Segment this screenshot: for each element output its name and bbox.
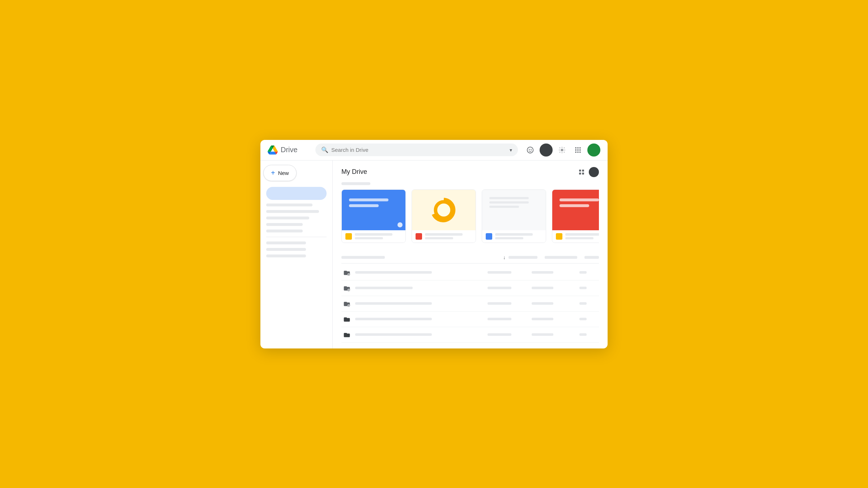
row-size-2 <box>579 287 597 289</box>
logo-area: Drive <box>268 145 311 155</box>
row-name-line-5 <box>355 333 432 336</box>
svg-point-2 <box>531 149 532 150</box>
row-owner-4 <box>488 318 527 320</box>
card-line2 <box>355 237 383 239</box>
row-size-5 <box>579 333 597 336</box>
row-name-line-1 <box>355 271 432 274</box>
sidebar-item-4[interactable] <box>266 223 303 226</box>
card-footer-3 <box>482 230 546 243</box>
sidebar-item-7[interactable] <box>266 248 306 251</box>
svg-rect-11 <box>577 151 578 153</box>
card-thumb-1 <box>342 190 405 230</box>
content-header: My Drive <box>341 166 599 178</box>
size-line-4 <box>579 318 587 320</box>
owner-line-5 <box>488 333 511 336</box>
file-card-1[interactable] <box>341 189 406 243</box>
sidebar-item-3[interactable] <box>266 217 309 219</box>
svg-rect-8 <box>577 149 578 150</box>
modified-line-4 <box>532 318 553 320</box>
view-icons <box>576 166 599 178</box>
row-owner-3 <box>488 302 527 305</box>
dark-circle-button[interactable] <box>540 144 553 157</box>
sidebar-item-1[interactable] <box>266 204 312 206</box>
card-line2 <box>425 237 453 239</box>
sidebar-item-5[interactable] <box>266 230 303 232</box>
shared-folder-icon-1 <box>343 269 351 277</box>
card-footer-4 <box>552 230 599 243</box>
slides-icon-2 <box>556 233 562 240</box>
owner-line-2 <box>488 287 511 289</box>
file-card-3[interactable] <box>482 189 546 243</box>
card-thumb-3 <box>482 190 546 230</box>
card-line1 <box>495 233 533 236</box>
svg-point-0 <box>527 147 533 153</box>
row-size-4 <box>579 318 597 320</box>
svg-point-1 <box>529 149 530 150</box>
owner-line-3 <box>488 302 511 305</box>
row-size-3 <box>579 302 597 305</box>
slides-icon <box>345 233 352 240</box>
user-circle-button[interactable] <box>589 167 599 177</box>
svg-rect-4 <box>575 147 576 148</box>
file-row-1[interactable] <box>341 265 599 281</box>
sidebar-item-2[interactable] <box>266 210 319 213</box>
file-row-4[interactable] <box>341 312 599 327</box>
user-avatar[interactable] <box>587 144 600 157</box>
file-card-2[interactable] <box>412 189 476 243</box>
app-title: Drive <box>281 146 298 154</box>
thumb-line <box>489 201 529 204</box>
sort-modified[interactable] <box>545 256 577 259</box>
svg-rect-14 <box>582 170 584 171</box>
search-bar[interactable]: 🔍 ▾ <box>315 144 518 156</box>
sidebar-item-6[interactable] <box>266 241 306 244</box>
main-area: + New My Drive <box>260 160 608 348</box>
sidebar-item-my-drive[interactable] <box>266 187 327 200</box>
size-line-3 <box>579 302 587 305</box>
row-modified-3 <box>532 302 575 305</box>
cards-grid <box>341 189 599 243</box>
row-name-line-3 <box>355 302 432 305</box>
row-modified-1 <box>532 271 575 274</box>
row-owner-5 <box>488 333 527 336</box>
card-dot-1 <box>397 222 403 227</box>
thumb-line <box>349 204 379 207</box>
sort-owner[interactable] <box>509 256 537 259</box>
section-label <box>341 182 370 185</box>
sort-down-icon[interactable]: ↓ <box>503 254 506 260</box>
svg-rect-15 <box>579 172 581 174</box>
modified-line-3 <box>532 302 553 305</box>
sidebar: + New <box>260 160 333 348</box>
card-footer-1 <box>342 230 405 243</box>
file-row-name-1 <box>355 271 483 274</box>
new-button[interactable]: + New <box>263 165 297 181</box>
row-owner-2 <box>488 287 527 289</box>
card-line2 <box>495 237 523 239</box>
folder-icon-4 <box>343 315 351 323</box>
modified-line-1 <box>532 271 553 274</box>
sidebar-item-8[interactable] <box>266 254 306 257</box>
card-meta-1 <box>355 233 402 239</box>
search-dropdown-icon[interactable]: ▾ <box>510 147 512 153</box>
grid-view-button[interactable] <box>576 166 587 178</box>
sort-size[interactable] <box>584 256 599 259</box>
file-row-2[interactable] <box>341 281 599 296</box>
sort-name[interactable] <box>341 256 385 259</box>
row-owner-1 <box>488 271 527 274</box>
row-size-1 <box>579 271 597 274</box>
file-row-5[interactable] <box>341 327 599 343</box>
row-modified-5 <box>532 333 575 336</box>
slides-red-icon <box>416 233 422 240</box>
size-line-2 <box>579 287 587 289</box>
row-modified-4 <box>532 318 575 320</box>
search-input[interactable] <box>331 147 507 153</box>
file-row-3[interactable] <box>341 296 599 312</box>
svg-rect-10 <box>575 151 576 153</box>
sort-row: ↓ <box>341 252 599 264</box>
thumb-line <box>559 198 599 201</box>
apps-button[interactable] <box>571 144 584 157</box>
donut-chart <box>431 197 456 223</box>
settings-button[interactable] <box>556 144 569 157</box>
card-meta-3 <box>495 233 542 239</box>
file-card-4[interactable] <box>552 189 599 243</box>
smiley-button[interactable] <box>524 144 537 157</box>
